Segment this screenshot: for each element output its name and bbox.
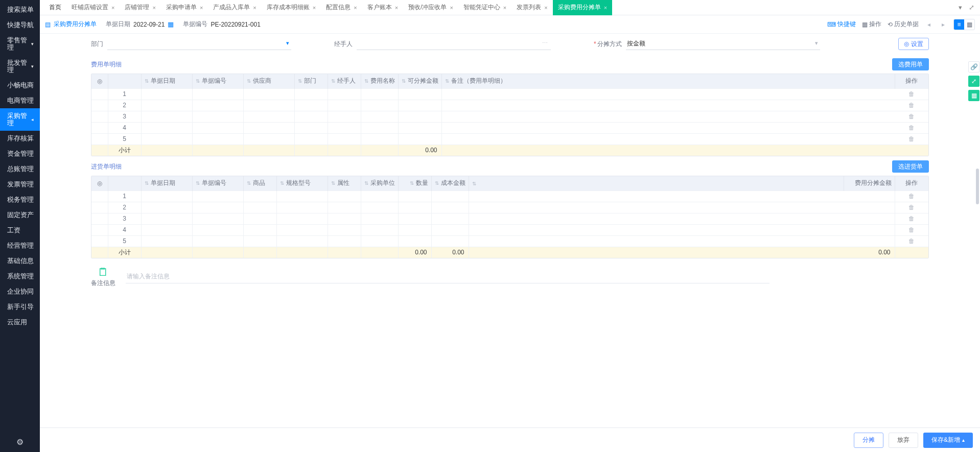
select-purchase-button[interactable]: 选进货单 [892,160,929,173]
grid2-col-spec[interactable]: 规格型号 [276,176,328,191]
trash-icon[interactable]: 🗑 [908,215,915,222]
grid1-col-remark[interactable]: 备注（费用单明细） [441,74,895,88]
shortcut-button[interactable]: ⌨快捷键 [827,20,856,29]
nav-inventory[interactable]: 库存核算 [0,131,40,146]
table-row[interactable]: 4🗑 [91,224,928,235]
close-icon[interactable]: × [450,5,453,11]
tabs-menu-icon[interactable]: ▾ [954,4,966,11]
tab-customer-ledger[interactable]: 客户账本× [362,0,403,15]
nav-assets[interactable]: 固定资产 [0,207,40,223]
operations-button[interactable]: ▦操作 [862,20,881,29]
nav-quick[interactable]: 快捷导航 [0,17,40,33]
nav-bottom-gear-icon[interactable]: ⚙ [0,432,40,452]
nav-biz[interactable]: 经营管理 [0,238,40,253]
grid2-col-attr[interactable]: 属性 [328,176,361,191]
tab-shop-settings[interactable]: 旺铺店铺设置× [66,0,120,15]
expand-icon[interactable]: ⤢ [968,76,979,87]
tab-config[interactable]: 配置信息× [321,0,362,15]
tab-invoice-list[interactable]: 发票列表× [511,0,552,15]
tab-shop-manage[interactable]: 店铺管理× [120,0,160,15]
grid1-col-dept[interactable]: 部门 [294,74,328,88]
tab-prepay[interactable]: 预收/冲应收单× [403,0,458,15]
trash-icon[interactable]: 🗑 [908,193,915,200]
nav-wholesale[interactable]: 批发管理▾ [0,55,40,78]
trash-icon[interactable]: 🗑 [908,102,915,109]
close-icon[interactable]: × [395,5,398,11]
grid1-rowno-col[interactable] [108,74,141,88]
nav-payroll[interactable]: 工资 [0,223,40,238]
nav-funds[interactable]: 资金管理 [0,146,40,161]
grid2-col-qty[interactable]: 数量 [398,176,431,191]
nav-base[interactable]: 基础信息 [0,253,40,269]
grid1-col-supplier[interactable]: 供应商 [243,74,294,88]
grid-gear-icon[interactable]: ◎ [91,176,108,191]
grid1-col-date[interactable]: 单据日期 [141,74,192,88]
close-icon[interactable]: × [604,5,607,11]
tab-inv-cost-detail[interactable]: 库存成本明细账× [262,0,321,15]
nav-purchase[interactable]: 采购管理◂ [0,108,40,131]
trash-icon[interactable]: 🗑 [908,135,915,142]
tab-cost-alloc[interactable]: 采购费用分摊单× [553,0,612,15]
table-row[interactable]: 5🗑 [91,133,928,145]
attachment-icon[interactable]: 🔗 [968,61,979,73]
grid1-col-feename[interactable]: 费用名称 [361,74,398,88]
trash-icon[interactable]: 🗑 [908,90,915,98]
tab-finished-in[interactable]: 产成品入库单× [208,0,261,15]
discard-button[interactable]: 放弃 [889,433,918,448]
alloc-button[interactable]: 分摊 [854,433,883,448]
nav-collab[interactable]: 企业协同 [0,284,40,299]
grid2-col-goods[interactable]: 商品 [243,176,276,191]
nav-invoice[interactable]: 发票管理 [0,177,40,192]
prev-doc-icon[interactable]: ◂ [925,21,933,28]
nav-ecommerce1[interactable]: 小畅电商 [0,78,40,93]
handler-select[interactable]: ⋯ [357,38,551,50]
select-expense-button[interactable]: 选费用单 [892,58,929,70]
view-list-icon[interactable]: ≡ [954,19,964,30]
table-row[interactable]: 3🗑 [91,111,928,122]
table-row[interactable]: 3🗑 [91,213,928,224]
panel-icon[interactable]: ▦ [968,90,979,101]
nav-search[interactable]: 搜索菜单 [0,2,40,17]
close-icon[interactable]: × [354,5,357,11]
calendar-icon[interactable]: ▦ [168,20,174,28]
grid2-col-date[interactable]: 单据日期 [141,176,192,191]
table-row[interactable]: 4🗑 [91,122,928,133]
trash-icon[interactable]: 🗑 [908,124,915,131]
dept-select[interactable]: ▾ [107,38,291,50]
nav-ledger[interactable]: 总账管理 [0,161,40,177]
grid2-rowno-col[interactable] [108,176,141,191]
table-row[interactable]: 5🗑 [91,235,928,247]
settings-button[interactable]: ◎设置 [898,38,929,50]
grid1-col-handler[interactable]: 经手人 [328,74,361,88]
close-icon[interactable]: × [313,5,316,11]
nav-tax[interactable]: 税务管理 [0,192,40,207]
grid2-col-no[interactable]: 单据编号 [192,176,243,191]
view-card-icon[interactable]: ▦ [964,19,974,30]
close-icon[interactable]: × [503,5,506,11]
nav-system[interactable]: 系统管理 [0,269,40,284]
next-doc-icon[interactable]: ▸ [939,21,947,28]
nav-ecommerce2[interactable]: 电商管理 [0,93,40,108]
grid-gear-icon[interactable]: ◎ [91,74,108,88]
tab-smart-voucher[interactable]: 智能凭证中心× [458,0,511,15]
trash-icon[interactable]: 🗑 [908,204,915,211]
date-value[interactable]: 2022-09-21 [133,21,165,28]
nav-cloud[interactable]: 云应用 [0,315,40,330]
tabs-fullscreen-icon[interactable]: ⤢ [966,4,977,11]
grid1-col-no[interactable]: 单据编号 [192,74,243,88]
close-icon[interactable]: × [253,5,256,11]
close-icon[interactable]: × [111,5,114,11]
history-button[interactable]: ⟲历史单据 [888,20,919,29]
grid2-col-blank[interactable] [469,176,844,191]
save-new-button[interactable]: 保存&新增▴ [923,433,973,448]
close-icon[interactable]: × [200,5,203,11]
close-icon[interactable]: × [544,5,547,11]
trash-icon[interactable]: 🗑 [908,237,915,245]
grid1-col-allocamt[interactable]: 可分摊金额 [398,74,441,88]
tab-purchase-req[interactable]: 采购申请单× [161,0,208,15]
grid2-col-cost[interactable]: 成本金额 [431,176,469,191]
vertical-scrollbar[interactable] [976,169,979,204]
table-row[interactable]: 2🗑 [91,100,928,111]
table-row[interactable]: 1🗑 [91,88,928,100]
trash-icon[interactable]: 🗑 [908,226,915,233]
